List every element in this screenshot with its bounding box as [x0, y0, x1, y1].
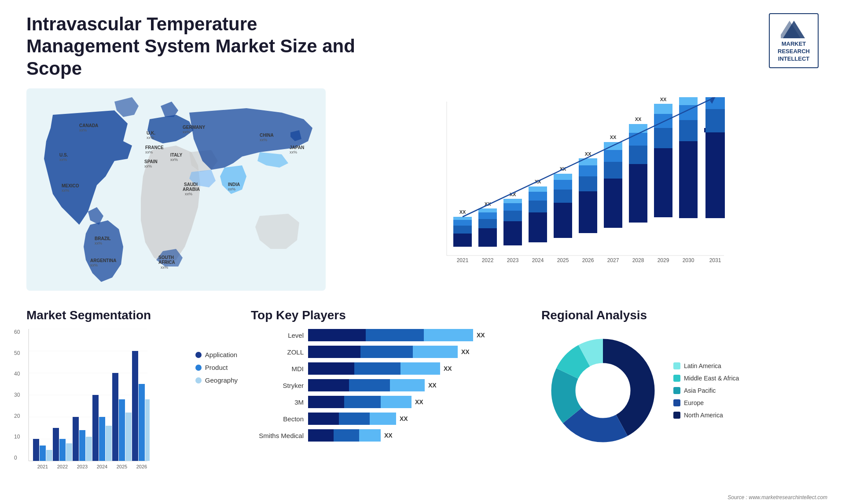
legend-latin-america: Latin America: [673, 362, 739, 369]
svg-text:xx%: xx%: [228, 187, 235, 191]
svg-rect-74: [604, 162, 622, 179]
svg-text:INDIA: INDIA: [228, 182, 240, 187]
svg-rect-120: [53, 428, 59, 461]
svg-text:2031: 2031: [709, 257, 721, 263]
legend-text-latin-america: Latin America: [684, 362, 721, 369]
logo-icon: [781, 18, 807, 40]
seg-legend: Application Product Geography: [195, 329, 238, 384]
svg-text:xx%: xx%: [147, 135, 154, 140]
svg-rect-132: [112, 373, 118, 461]
source-text: Source : www.marketresearchintellect.com: [727, 494, 827, 500]
svg-rect-116: [33, 439, 39, 461]
svg-text:U.S.: U.S.: [59, 153, 68, 157]
bar-chart-svg: XX 2021 XX 2022 XX 2023: [348, 97, 810, 286]
svg-text:xx%: xx%: [161, 265, 168, 270]
svg-text:GERMANY: GERMANY: [183, 125, 205, 130]
svg-rect-58: [529, 186, 547, 192]
svg-rect-122: [66, 443, 72, 461]
svg-text:CHINA: CHINA: [260, 133, 274, 138]
svg-rect-52: [503, 199, 522, 203]
svg-rect-68: [579, 176, 597, 191]
legend-color-latin-america: [673, 362, 680, 369]
legend-color-north-america: [673, 412, 680, 419]
key-players-title: Top Key Players: [251, 308, 528, 322]
svg-text:2026: 2026: [136, 464, 147, 469]
world-map-section: CANADA xx% U.S. xx% MEXICO xx% BRAZIL xx…: [26, 88, 326, 299]
svg-rect-73: [604, 179, 622, 228]
svg-text:2025: 2025: [557, 257, 569, 263]
svg-text:xx%: xx%: [79, 128, 87, 132]
player-row-level: Level XX: [251, 329, 528, 341]
svg-text:XX: XX: [459, 209, 466, 215]
segmentation-section: Market Segmentation 60 50 40 30 20 10 0: [26, 308, 238, 476]
svg-rect-63: [554, 180, 572, 190]
svg-text:JAPAN: JAPAN: [290, 145, 304, 150]
player-row-becton: Becton XX: [251, 413, 528, 425]
svg-rect-87: [654, 114, 672, 128]
svg-text:2030: 2030: [683, 257, 694, 263]
svg-rect-126: [86, 437, 92, 461]
page-title: Intravascular Temperature Management Sys…: [26, 13, 356, 80]
svg-text:2024: 2024: [97, 464, 107, 469]
svg-text:xx%: xx%: [260, 138, 267, 142]
player-xx-becton: XX: [400, 415, 408, 422]
svg-text:xx%: xx%: [62, 188, 69, 193]
svg-rect-69: [579, 165, 597, 176]
svg-rect-61: [554, 203, 572, 238]
svg-text:2027: 2027: [607, 257, 619, 263]
svg-text:xx%: xx%: [170, 157, 178, 162]
svg-text:SAUDI: SAUDI: [184, 182, 198, 187]
svg-rect-39: [453, 220, 472, 226]
svg-rect-82: [629, 124, 647, 133]
key-players-section: Top Key Players Level XX: [251, 308, 528, 476]
svg-rect-137: [139, 384, 145, 461]
svg-rect-56: [529, 201, 547, 212]
player-xx-3m: XX: [415, 398, 423, 405]
svg-text:XX: XX: [660, 97, 667, 102]
svg-rect-128: [92, 395, 99, 461]
svg-text:CANADA: CANADA: [79, 123, 98, 128]
player-row-3m: 3M XX: [251, 396, 528, 408]
legend-geography: Geography: [195, 376, 238, 384]
svg-rect-101: [705, 97, 725, 109]
svg-rect-79: [629, 164, 647, 223]
player-row-stryker: Stryker XX: [251, 379, 528, 391]
player-name-becton: Becton: [251, 415, 304, 423]
player-name-stryker: Stryker: [251, 382, 304, 389]
svg-text:xx%: xx%: [90, 263, 98, 267]
svg-text:2029: 2029: [658, 257, 669, 263]
svg-rect-70: [579, 158, 597, 165]
svg-text:xx%: xx%: [290, 150, 297, 154]
svg-rect-43: [478, 228, 497, 247]
svg-text:xx%: xx%: [185, 192, 192, 196]
svg-text:SPAIN: SPAIN: [144, 159, 158, 164]
svg-text:SOUTH: SOUTH: [158, 255, 174, 260]
player-bar-3m: XX: [308, 396, 528, 408]
player-bar-zoll: XX: [308, 346, 528, 358]
svg-rect-129: [99, 417, 105, 461]
legend-product: Product: [195, 364, 238, 371]
player-name-3m: 3M: [251, 398, 304, 406]
svg-rect-57: [529, 192, 547, 201]
legend-asia-pacific: Asia Pacific: [673, 387, 739, 394]
legend-text-asia-pacific: Asia Pacific: [684, 387, 716, 394]
svg-text:2025: 2025: [117, 464, 127, 469]
player-xx-mdi: XX: [444, 365, 452, 372]
legend-dot-product: [195, 365, 202, 371]
svg-rect-44: [478, 219, 497, 228]
svg-text:2024: 2024: [532, 257, 544, 263]
svg-text:2026: 2026: [582, 257, 594, 263]
svg-rect-117: [40, 446, 46, 461]
donut-legend: Latin America Middle East & Africa Asia …: [673, 362, 739, 419]
svg-rect-51: [503, 203, 522, 211]
legend-label-application: Application: [205, 351, 237, 358]
svg-rect-86: [654, 128, 672, 148]
svg-rect-121: [59, 439, 66, 461]
player-xx-zoll: XX: [461, 348, 470, 355]
players-list: Level XX ZOLL: [251, 329, 528, 442]
player-name-mdi: MDI: [251, 365, 304, 373]
svg-rect-124: [73, 417, 79, 461]
svg-rect-118: [46, 450, 52, 461]
world-map-svg: CANADA xx% U.S. xx% MEXICO xx% BRAZIL xx…: [26, 88, 326, 291]
svg-rect-136: [132, 351, 138, 461]
